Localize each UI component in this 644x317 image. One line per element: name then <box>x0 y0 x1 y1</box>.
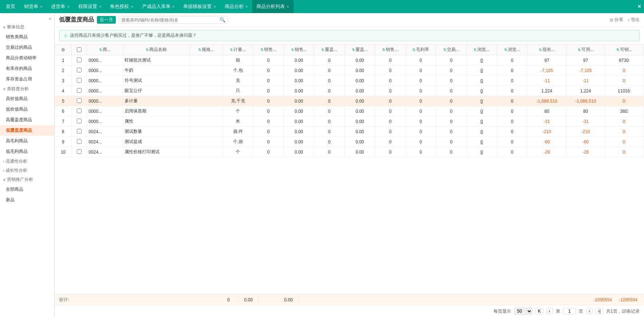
nav-finished-close[interactable]: × <box>172 4 174 9</box>
row-browse1[interactable]: 0 <box>467 137 497 147</box>
current-page-input[interactable] <box>563 308 576 314</box>
row-browse1[interactable]: 0 <box>467 147 497 157</box>
sidebar-item-low-margin[interactable]: 低毛利商品 <box>0 146 54 157</box>
share-button[interactable]: ⊙ 分享 <box>610 17 623 23</box>
col-margin[interactable]: ⇅毛利率 <box>405 44 436 55</box>
nav-home[interactable]: 首页 <box>1 0 20 13</box>
row-checkbox[interactable] <box>77 98 82 103</box>
col-trade[interactable]: ⇅交易... <box>436 44 467 55</box>
nav-roles-close[interactable]: × <box>131 4 133 9</box>
nav-template-settings[interactable]: 单据模板设置 × <box>179 0 220 13</box>
row-checkbox-cell[interactable] <box>71 147 87 157</box>
nav-analysis-list[interactable]: 商品分析列表 × <box>252 0 293 13</box>
sidebar-item-sales-goods[interactable]: 销售类商品 <box>0 32 54 42</box>
row-checkbox-cell[interactable] <box>71 55 87 66</box>
nav-roles[interactable]: 角色授权 × <box>106 0 137 13</box>
select-all-checkbox[interactable] <box>77 47 82 52</box>
row-checkbox-cell[interactable] <box>71 116 87 127</box>
col-code[interactable]: ⇅商... <box>87 44 123 55</box>
sidebar-group-overall[interactable]: ∨ 整体信息 <box>0 23 54 32</box>
col-settings[interactable]: ⚙ <box>55 44 72 55</box>
sidebar-group-liquidity[interactable]: › 流通性分析 <box>0 157 54 166</box>
col-browse1[interactable]: ⇅浏览... <box>467 44 497 55</box>
row-checkbox[interactable] <box>77 58 82 62</box>
row-checkbox-cell[interactable] <box>71 66 87 76</box>
row-checkbox-cell[interactable] <box>71 96 87 106</box>
nav-close-all-button[interactable]: × <box>638 3 641 10</box>
col-spec[interactable]: ⇅规格... <box>189 44 223 55</box>
sidebar-group-cluster[interactable]: ∨ 类群度分析 <box>0 84 54 94</box>
sidebar-item-category-turnover[interactable]: 商品分类动销率 <box>0 53 54 63</box>
nav-sales-order[interactable]: 销货单 × <box>20 0 47 13</box>
col-cover1[interactable]: ⇅覆盖... <box>314 44 345 55</box>
prev-page-button[interactable]: ‹ <box>546 308 553 314</box>
col-unit[interactable]: ⇅计量... <box>223 44 253 55</box>
nav-purchase-order[interactable]: 进货单 × <box>47 0 74 13</box>
row-saleable: 0: <box>605 127 644 137</box>
sidebar-item-all-goods[interactable]: 全部商品 <box>0 184 54 195</box>
row-browse1[interactable]: 0 <box>467 55 497 66</box>
sidebar-item-low-value[interactable]: 低价值商品 <box>0 104 54 115</box>
col-cover2[interactable]: ⇅覆盖... <box>345 44 375 55</box>
nav-finished-goods[interactable]: 产成品入库单 × <box>138 0 179 13</box>
row-checkbox[interactable] <box>77 78 82 83</box>
nav-product-analysis[interactable]: 商品分析 × <box>220 0 252 13</box>
sidebar-item-high-value[interactable]: 高价值商品 <box>0 94 54 104</box>
col-saleable[interactable]: ⇅可销... <box>605 44 644 55</box>
sidebar-item-traded-goods[interactable]: 交易过的商品 <box>0 42 54 53</box>
row-checkbox-cell[interactable] <box>71 106 87 116</box>
nav-permissions[interactable]: 权限设置 × <box>74 0 106 13</box>
row-checkbox-cell[interactable] <box>71 137 87 147</box>
per-page-select[interactable]: 50 10 20 100 <box>514 308 533 315</box>
col-checkbox[interactable] <box>71 44 87 55</box>
row-checkbox[interactable] <box>77 139 82 144</box>
export-button[interactable]: ↑ 导出 <box>628 17 640 23</box>
row-browse1[interactable]: 0 <box>467 76 497 86</box>
col-name[interactable]: ⇅商品名称 <box>123 44 190 55</box>
row-browse1[interactable]: 0 <box>467 127 497 137</box>
sidebar-group-growth[interactable]: › 成长性分析 <box>0 166 54 175</box>
row-checkbox-cell[interactable] <box>71 86 87 96</box>
sidebar-item-inventory-fund[interactable]: 库存资金占用 <box>0 74 54 84</box>
row-browse1[interactable]: 0 <box>467 96 497 106</box>
sidebar-item-high-coverage[interactable]: 高覆盖度商品 <box>0 115 54 125</box>
nav-sales-close[interactable]: × <box>40 4 42 9</box>
row-checkbox[interactable] <box>77 119 82 123</box>
col-available[interactable]: ⇅可用... <box>566 44 605 55</box>
table-footer: 合计: 0 0.00 0.00 -1095554 -1095554 <box>55 294 644 305</box>
search-icon[interactable]: 🔍 <box>220 17 225 23</box>
next-page-button[interactable]: › <box>586 308 593 314</box>
sidebar-item-high-margin[interactable]: 高毛利商品 <box>0 136 54 146</box>
nav-purchase-close[interactable]: × <box>67 4 69 9</box>
col-sales3[interactable]: ⇅销售... <box>375 44 406 55</box>
col-current[interactable]: ⇅现有... <box>527 44 566 55</box>
last-page-button[interactable]: ›| <box>596 308 603 314</box>
sidebar-item-stocked-goods[interactable]: 有库存的商品 <box>0 63 54 74</box>
sidebar-group-marketing[interactable]: ∨ 营销推广分析 <box>0 175 54 184</box>
nav-template-close[interactable]: × <box>213 4 216 9</box>
row-browse1[interactable]: 0 <box>467 116 497 127</box>
search-input[interactable] <box>121 17 220 23</box>
sidebar-toggle[interactable]: « <box>0 15 54 23</box>
nav-analysis-list-close[interactable]: × <box>287 4 289 9</box>
sidebar-item-new-goods[interactable]: 新品 <box>0 195 54 205</box>
row-browse1[interactable]: 0 <box>467 66 497 76</box>
col-browse2[interactable]: ⇅浏览... <box>497 44 527 55</box>
row-checkbox[interactable] <box>77 68 82 72</box>
nav-analysis-close[interactable]: × <box>246 4 248 9</box>
row-browse1[interactable]: 0 <box>467 106 497 116</box>
sidebar-item-low-coverage[interactable]: 低覆盖度商品 <box>0 125 54 136</box>
row-checkbox-cell[interactable] <box>71 127 87 137</box>
row-checkbox[interactable] <box>77 88 82 93</box>
period-button[interactable]: 近一月 <box>97 16 116 24</box>
row-checkbox[interactable] <box>77 108 82 113</box>
row-browse1[interactable]: 0 <box>467 86 497 96</box>
nav-permissions-close[interactable]: × <box>99 4 101 9</box>
row-checkbox[interactable] <box>77 149 82 154</box>
table-wrapper[interactable]: ⚙ ⇅商... ⇅商品名称 ⇅规格... <box>55 44 644 294</box>
col-sales2[interactable]: ⇅销售... <box>284 44 314 55</box>
col-sales1[interactable]: ⇅销售... <box>253 44 284 55</box>
first-page-button[interactable]: K <box>535 308 543 314</box>
row-checkbox-cell[interactable] <box>71 76 87 86</box>
row-checkbox[interactable] <box>77 129 82 134</box>
